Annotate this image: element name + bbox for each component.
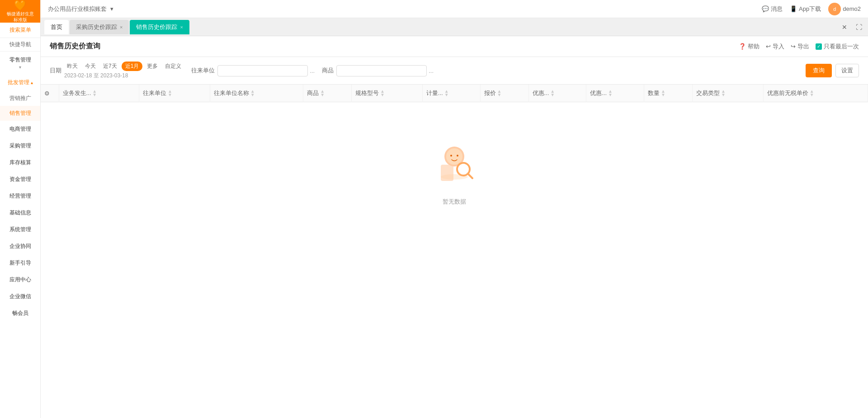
sidebar-item-inventory[interactable]: 库存核算 [0,154,40,171]
sort-icon-unit-name: ▲▼ [250,90,255,97]
sidebar-item-operations[interactable]: 经营管理 [0,188,40,204]
date-option-today[interactable]: 今天 [82,62,99,71]
customer-label: 往来单位 [191,66,215,75]
tab-purchase-history[interactable]: 采购历史价跟踪 × [70,20,129,34]
col-discount1[interactable]: 优惠... ▲▼ [528,85,586,102]
empty-state: 暂无数据 [41,102,868,242]
sidebar: 🧡 畅捷通好生意 标准版 搜索菜单 快捷导航 零售管理 ▾ 批发管理 ▴ 营销推… [0,0,41,418]
sort-icon-spec: ▲▼ [380,90,385,97]
sort-icon-unit: ▲▼ [444,90,449,97]
sidebar-item-finance[interactable]: 资金管理 [0,171,40,188]
settings-button[interactable]: 设置 [835,64,859,77]
col-product[interactable]: 商品 ▲▼ [303,85,352,102]
sidebar-item-system[interactable]: 系统管理 [0,221,40,238]
sidebar-item-member[interactable]: 畅会员 [0,305,40,322]
search-menu[interactable]: 搜索菜单 [0,23,40,38]
content-area: 销售历史价查询 ❓ 帮助 ↩ 导入 ↪ 导出 ✓ [41,36,868,418]
quick-nav-label: 快捷导航 [0,41,40,48]
message-btn[interactable]: 💬 消息 [762,5,783,13]
tab-close-all-btn[interactable]: ✕ [839,22,850,33]
tab-purchase-label: 采购历史价跟踪 [76,23,117,31]
message-label: 消息 [771,5,783,13]
export-label: 导出 [797,43,809,51]
col-unit-name[interactable]: 往来单位名称 ▲▼ [210,85,303,102]
sort-icon-discount2: ▲▼ [608,90,613,97]
sidebar-item-retail[interactable]: 零售管理 ▾ [0,52,40,74]
svg-line-6 [468,174,472,178]
empty-text: 暂无数据 [443,198,466,206]
query-button[interactable]: 查询 [806,64,832,77]
date-option-more[interactable]: 更多 [144,62,160,71]
date-option-1month[interactable]: 近1月 [122,62,143,71]
date-range: 2023-02-18 至 2023-03-18 [64,72,184,80]
tab-maximize-btn[interactable]: ⛶ [854,22,864,33]
tab-sales-close[interactable]: × [180,24,183,30]
export-icon: ↪ [791,43,796,50]
sidebar-item-ecommerce[interactable]: 电商管理 [0,121,40,138]
col-quantity[interactable]: 数量 ▲▼ [644,85,692,102]
sidebar-item-app-center[interactable]: 应用中心 [0,271,40,288]
col-spec[interactable]: 规格型号 ▲▼ [352,85,423,102]
gear-icon[interactable]: ⚙ [44,90,50,97]
search-menu-label: 搜索菜单 [0,26,40,34]
top-header: 办公用品行业模拟账套 ▾ 💬 消息 📱 App下载 d demo2 [41,0,868,18]
col-pre-tax-price[interactable]: 优惠前无税单价 ▲▼ [763,85,868,102]
product-dots[interactable]: ... [429,67,434,74]
date-option-yesterday[interactable]: 昨天 [64,62,80,71]
sort-icon-quantity: ▲▼ [661,90,665,97]
page-title: 销售历史价查询 [50,42,100,51]
sidebar-item-purchase[interactable]: 采购管理 [0,138,40,154]
date-option-custom[interactable]: 自定义 [162,62,184,71]
sort-icon-unit-code: ▲▼ [168,90,172,97]
workspace-selector[interactable]: 办公用品行业模拟账套 ▾ [48,5,113,13]
filter-bar: 日期 昨天 今天 近7天 近1月 更多 自定义 2023-02-18 至 202… [41,57,868,85]
sort-icon-discount1: ▲▼ [550,90,555,97]
sidebar-item-newbie[interactable]: 新手引导 [0,255,40,271]
col-settings[interactable]: ⚙ [41,85,59,102]
sidebar-item-basic[interactable]: 基础信息 [0,204,40,221]
date-option-7days[interactable]: 近7天 [100,62,120,71]
help-btn[interactable]: ❓ 帮助 [739,43,760,51]
data-table-container: ⚙ 业务发生... ▲▼ 往来单位 ▲▼ [41,85,868,418]
sidebar-item-sales-mgmt[interactable]: 销售管理 [0,106,40,121]
sort-icon-price: ▲▼ [497,90,502,97]
tab-sales-label: 销售历史价跟踪 [136,23,177,31]
product-input[interactable] [336,65,427,76]
retail-arrow: ▾ [19,65,21,70]
date-filter: 日期 昨天 今天 近7天 近1月 更多 自定义 2023-02-18 至 202… [50,62,184,80]
import-btn[interactable]: ↩ 导入 [766,43,784,51]
import-icon: ↩ [766,43,771,50]
customer-dots[interactable]: ... [310,67,315,74]
customer-input[interactable] [217,65,308,76]
tab-sales-history[interactable]: 销售历史价跟踪 × [130,20,189,34]
col-unit-code[interactable]: 往来单位 ▲▼ [139,85,210,102]
export-btn[interactable]: ↪ 导出 [791,43,809,51]
logo-icon: 🧡 [14,0,26,11]
only-last-checkbox[interactable]: ✓ 只看最后一次 [816,43,859,51]
sidebar-item-marketing[interactable]: 营销推广 [0,91,40,106]
sidebar-item-wholesale[interactable]: 批发管理 ▴ [0,74,40,91]
date-options: 昨天 今天 近7天 近1月 更多 自定义 [64,62,184,71]
svg-point-3 [450,155,452,157]
tab-purchase-close[interactable]: × [120,24,123,30]
col-business-date[interactable]: 业务发生... ▲▼ [59,85,139,102]
col-price[interactable]: 报价 ▲▼ [480,85,528,102]
sort-icon-business-date: ▲▼ [92,90,97,97]
col-trade-type[interactable]: 交易类型 ▲▼ [692,85,763,102]
sidebar-item-wechat[interactable]: 企业微信 [0,288,40,305]
message-icon: 💬 [762,5,769,12]
wholesale-label: 批发管理 [8,79,29,86]
workspace-name: 办公用品行业模拟账套 [48,5,107,13]
col-unit[interactable]: 计量... ▲▼ [422,85,480,102]
user-profile[interactable]: d demo2 [828,3,861,15]
date-label: 日期 [50,66,61,75]
quick-nav[interactable]: 快捷导航 [0,38,40,52]
page-header: 销售历史价查询 ❓ 帮助 ↩ 导入 ↪ 导出 ✓ [41,36,868,57]
app-logo: 🧡 畅捷通好生意 标准版 [0,0,41,23]
col-discount2[interactable]: 优惠... ▲▼ [586,85,644,102]
only-last-label: 只看最后一次 [824,43,859,51]
sidebar-item-enterprise[interactable]: 企业协同 [0,238,40,255]
tab-home[interactable]: 首页 [44,20,69,34]
app-download-btn[interactable]: 📱 App下载 [790,5,821,13]
empty-illustration [432,138,477,192]
